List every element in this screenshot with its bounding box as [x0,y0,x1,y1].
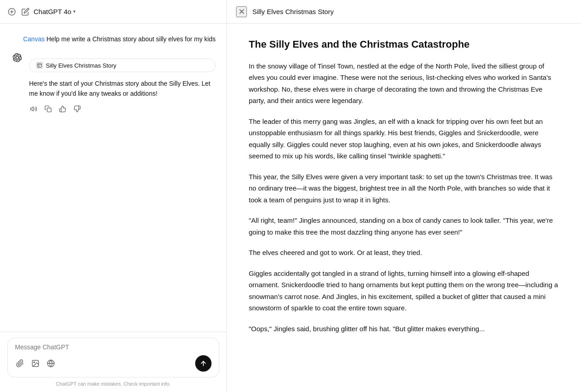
user-message: Canvas Help me write a Christmas story a… [11,34,216,44]
svg-marker-4 [30,107,33,111]
globe-icon[interactable] [46,358,56,368]
canvas-pill-icon [36,62,43,69]
story-paragraph: The leader of this merry gang was Jingle… [249,116,559,162]
left-panel: ChatGPT 4o ▾ Canvas Help me write a Chri… [0,0,227,392]
attachment-icon[interactable] [15,358,25,368]
canvas-story-pill[interactable]: Silly Elves Christmas Story [29,59,216,72]
story-paragraph: The elves cheered and got to work. Or at… [249,247,559,259]
thumbdown-button[interactable] [73,104,82,113]
ai-actions [29,104,216,113]
input-area: ChatGPT can make mistakes. Check importa… [0,332,226,392]
input-tools-left [15,358,56,368]
input-box [7,338,219,377]
chevron-down-icon: ▾ [73,9,76,15]
menu-icon[interactable] [7,7,16,16]
speaker-button[interactable] [29,104,38,113]
copy-button[interactable] [44,104,53,113]
right-panel: ✕ Silly Elves Christmas Story The Silly … [227,0,581,392]
user-bubble: Canvas Help me write a Christmas story a… [23,34,216,44]
ai-avatar [11,51,24,64]
chat-area: Canvas Help me write a Christmas story a… [0,24,226,332]
model-selector[interactable]: ChatGPT 4o ▾ [34,8,76,15]
header: ChatGPT 4o ▾ [0,0,226,24]
thumbup-button[interactable] [58,104,67,113]
canvas-link[interactable]: Canvas [23,35,44,43]
ai-response: Silly Elves Christmas Story Here's the s… [11,51,216,113]
ai-response-text: Here's the start of your Christmas story… [29,78,216,99]
svg-point-7 [34,362,34,363]
canvas-header: ✕ Silly Elves Christmas Story [227,0,581,24]
story-paragraph: "All right, team!" Jingles announced, st… [249,215,559,238]
story-paragraph: This year, the Silly Elves were given a … [249,171,559,206]
image-upload-icon[interactable] [30,358,40,368]
story-paragraphs: In the snowy village of Tinsel Town, nes… [249,60,559,335]
user-message-text: Help me write a Christmas story about si… [44,35,216,43]
story-paragraph: "Oops," Jingles said, brushing glitter o… [249,323,559,335]
header-icons [7,7,30,16]
edit-icon[interactable] [21,7,30,16]
model-name: ChatGPT 4o [34,8,71,15]
send-button[interactable] [195,355,212,372]
story-paragraph: Giggles accidentally got tangled in a st… [249,268,559,314]
ai-content: Silly Elves Christmas Story Here's the s… [29,51,216,113]
svg-rect-1 [38,64,42,68]
story-paragraph: In the snowy village of Tinsel Town, nes… [249,60,559,107]
svg-rect-5 [47,108,51,112]
input-toolbar [15,355,212,372]
message-input[interactable] [15,343,212,351]
close-canvas-button[interactable]: ✕ [236,6,247,17]
canvas-title: Silly Elves Christmas Story [252,8,334,15]
canvas-pill-label: Silly Elves Christmas Story [46,62,116,69]
disclaimer-text: ChatGPT can make mistakes. Check importa… [7,381,219,387]
story-title: The Silly Elves and the Christmas Catast… [249,38,559,51]
story-content: The Silly Elves and the Christmas Catast… [227,24,581,392]
